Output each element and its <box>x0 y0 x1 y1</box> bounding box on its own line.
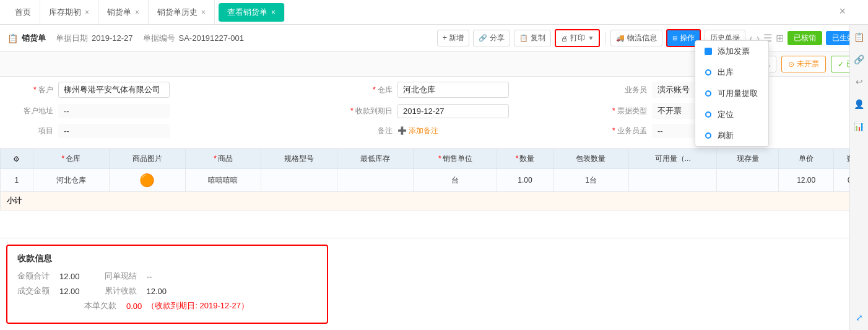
operation-dropdown: 添加发票 出库 可用量提取 定位 刷新 <box>695 40 769 147</box>
settle-value: -- <box>147 272 152 281</box>
close-tab-history[interactable]: × <box>201 8 206 17</box>
col-price: 单价 <box>779 149 834 169</box>
close-tab-view[interactable]: × <box>271 8 276 17</box>
deal-item: 成交金额 12.00 <box>17 285 80 297</box>
sidebar-icon-2[interactable]: 🔗 <box>851 52 867 67</box>
row-pack-qty: 1台 <box>553 169 629 192</box>
uninvoiced-button[interactable]: ⊙ 未开票 <box>781 56 826 72</box>
col-available: 可用量（... <box>629 149 717 169</box>
row-spec <box>261 169 337 192</box>
logistics-button[interactable]: 🚚 物流信息 <box>610 30 662 46</box>
tab-inventory-init[interactable]: 库存期初 × <box>40 0 98 25</box>
payment-row-3: 本单欠款 0.00 （收款到期日: 2019-12-27） <box>17 300 317 311</box>
customer-field: 客户 柳州粤港平安气体有限公司 <box>10 82 349 98</box>
project-field: 项目 -- <box>10 124 349 138</box>
dropdown-item-locate[interactable]: 定位 <box>695 104 768 125</box>
sidebar-icon-3[interactable]: ↩ <box>853 74 866 89</box>
print-button[interactable]: 🖨 打印 ▼ <box>555 29 600 47</box>
due-date-value[interactable]: 2019-12-27 <box>397 104 509 118</box>
copy-button[interactable]: 📋 复制 <box>514 30 551 46</box>
tab-home[interactable]: 首页 <box>6 0 40 25</box>
row-warehouse: 河北仓库 <box>33 169 109 192</box>
due-date-label: 收款到期日 <box>349 106 393 116</box>
badge-verified: 已核销 <box>788 31 822 45</box>
dropdown-item-refresh[interactable]: 刷新 <box>695 125 768 146</box>
check-icon: ✓ <box>838 60 844 69</box>
doc-no-value: SA-20191227-001 <box>179 33 245 43</box>
tab-sales-order[interactable]: 销货单 × <box>98 0 149 25</box>
addr-value: -- <box>58 104 170 118</box>
row-qty: 1.00 <box>497 169 553 192</box>
close-tab-inventory[interactable]: × <box>85 8 89 17</box>
amount-item: 金额合计 12.00 <box>17 271 80 282</box>
refresh-icon <box>704 131 713 140</box>
amount-label: 金额合计 <box>17 271 54 282</box>
toolbar: + 新增 🔗 分享 📋 复制 🖨 打印 ▼ 🚚 物 <box>437 29 861 47</box>
row-no: 1 <box>1 169 33 192</box>
share-button[interactable]: 🔗 分享 <box>473 30 510 46</box>
dropdown-item-invoice[interactable]: 添加发票 <box>695 41 768 62</box>
sidebar-icon-expand[interactable]: ⤢ <box>853 310 866 325</box>
balance-item: 本单欠款 0.00 （收款到期日: 2019-12-27） <box>84 300 249 311</box>
total-received-item: 累计收款 12.00 <box>105 285 167 297</box>
sidebar-icon-4[interactable]: 👤 <box>851 97 867 111</box>
col-spec: 规格型号 <box>261 149 337 169</box>
view-grid[interactable]: ⊞ <box>776 32 784 44</box>
addr-label: 客户地址 <box>10 106 53 116</box>
addr-field: 客户地址 -- <box>10 104 349 118</box>
customer-value[interactable]: 柳州粤港平安气体有限公司 <box>58 82 170 98</box>
row-min-stock <box>337 169 414 192</box>
invoice-icon <box>704 47 713 56</box>
col-product: 商品 <box>185 149 261 169</box>
project-value: -- <box>58 124 170 138</box>
payment-title: 收款信息 <box>17 253 317 264</box>
col-qty: 数量 <box>497 149 553 169</box>
staff2-label: 业务员孟 <box>604 126 647 136</box>
new-button[interactable]: + 新增 <box>437 30 469 46</box>
project-label: 项目 <box>10 126 53 136</box>
tab-view-sales[interactable]: 查看销货单 × <box>219 3 285 22</box>
doc-no-field: 单据编号 SA-20191227-001 <box>143 33 245 44</box>
row-product: 嘻嘻嘻嘻 <box>185 169 261 192</box>
col-min-stock: 最低库存 <box>337 149 414 169</box>
close-tab-sales[interactable]: × <box>135 8 139 17</box>
doc-icon: 📋 <box>7 33 18 43</box>
tab-sales-history[interactable]: 销货单历史 × <box>149 0 215 25</box>
bottom-section: 收款信息 金额合计 12.00 同单现结 -- 成交金额 12.00 <box>0 238 868 330</box>
deal-label: 成交金额 <box>17 285 54 297</box>
ticket-icon: ⊙ <box>788 60 794 69</box>
ticket-label: 票据类型 <box>604 106 647 116</box>
settle-item: 同单现结 -- <box>105 271 152 282</box>
product-table: ⚙ 仓库 商品图片 商品 规格型号 最低库存 销售单位 数量 包装数量 可用量（… <box>0 149 868 211</box>
available-icon <box>704 89 713 98</box>
table-row: 1 河北仓库 🟠 嘻嘻嘻嘻 台 1.00 1台 12.00 0. <box>1 169 868 192</box>
col-warehouse: 仓库 <box>33 149 109 169</box>
amount-value: 12.00 <box>59 272 80 281</box>
balance-note: （收款到期日: 2019-12-27） <box>147 300 249 311</box>
row-available <box>629 169 717 192</box>
dropdown-item-available[interactable]: 可用量提取 <box>695 83 768 104</box>
deal-value: 12.00 <box>59 287 80 296</box>
warehouse-field: 仓库 河北仓库 <box>349 82 604 98</box>
row-image: 🟠 <box>109 169 185 192</box>
col-gear: ⚙ <box>1 149 33 169</box>
separator <box>605 32 605 45</box>
window-close-button[interactable]: × <box>839 5 846 18</box>
doc-date-value: 2019-12-27 <box>92 33 133 43</box>
add-note-button[interactable]: ➕ 添加备注 <box>397 126 438 136</box>
warehouse-value[interactable]: 河北仓库 <box>397 82 509 98</box>
total-received-label: 累计收款 <box>105 285 142 297</box>
subtotal-label: 小计 <box>1 192 868 211</box>
customer-label: 客户 <box>10 85 53 95</box>
note-label: 备注 <box>349 126 393 136</box>
sidebar-icon-5[interactable]: 📊 <box>851 119 867 134</box>
payment-row-2: 成交金额 12.00 累计收款 12.00 <box>17 285 317 297</box>
product-table-wrapper: ⚙ 仓库 商品图片 商品 规格型号 最低库存 销售单位 数量 包装数量 可用量（… <box>0 149 868 238</box>
outbound-icon <box>704 68 713 77</box>
tab-bar: 首页 库存期初 × 销货单 × 销货单历史 × 查看销货单 × × <box>0 0 868 25</box>
note-field: 备注 ➕ 添加备注 <box>349 126 604 136</box>
dropdown-item-outbound[interactable]: 出库 <box>695 62 768 83</box>
sidebar-icon-1[interactable]: 📋 <box>851 30 867 45</box>
doc-title: 销货单 <box>22 33 46 44</box>
due-date-field: 收款到期日 2019-12-27 <box>349 104 604 118</box>
